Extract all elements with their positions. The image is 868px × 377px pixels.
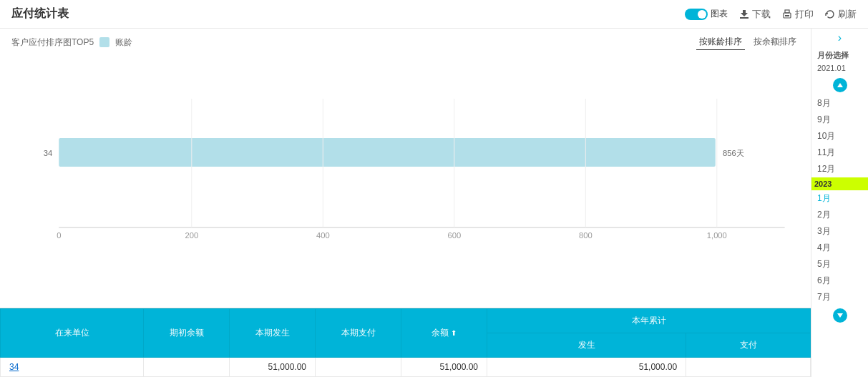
legend-box-icon — [99, 37, 109, 47]
col-current-occurrence: 本期发生 — [230, 309, 316, 358]
download-icon — [739, 9, 749, 19]
print-icon — [782, 9, 792, 19]
svg-text:1,000: 1,000 — [707, 231, 727, 240]
svg-text:400: 400 — [316, 231, 330, 240]
svg-rect-0 — [740, 17, 748, 19]
sidebar-collapse-button[interactable]: › — [811, 29, 868, 47]
refresh-icon — [825, 9, 835, 19]
cell-unit: 34 — [1, 358, 144, 377]
page-title: 应付统计表 — [11, 6, 69, 21]
svg-text:0: 0 — [57, 231, 61, 240]
month-item-9[interactable]: 9月 — [811, 112, 868, 128]
month-item-2[interactable]: 2月 — [811, 207, 868, 223]
chart-container: 34 856天 0 200 400 600 800 1,000 — [0, 56, 811, 308]
svg-text:600: 600 — [447, 231, 461, 240]
chart-svg: 34 856天 0 200 400 600 800 1,000 — [11, 56, 799, 256]
svg-rect-5 — [59, 138, 716, 167]
month-item-10[interactable]: 10月 — [811, 128, 868, 145]
svg-text:200: 200 — [185, 231, 198, 240]
month-item-7[interactable]: 7月 — [811, 289, 868, 305]
month-item-12[interactable]: 12月 — [811, 161, 868, 177]
col-balance: 余额 ⬆ — [401, 309, 487, 358]
month-sidebar: › 月份选择 2021.01 8月 9月 10月 11月 12月 2023 1月… — [811, 29, 868, 377]
cell-ytd-occurrence: 51,000.00 — [487, 358, 686, 377]
data-table: 在来单位 期初余额 本期发生 本期支付 余额 ⬆ 本年累计 发生 — [0, 308, 811, 377]
chart-legend-label: 客户应付排序图TOP5 — [11, 36, 94, 49]
cell-opening-balance — [144, 358, 230, 377]
month-item-5[interactable]: 5月 — [811, 256, 868, 273]
toggle-switch-icon — [685, 9, 708, 20]
sort-by-balance-button[interactable]: 按账龄排序 — [696, 34, 745, 50]
nav-down-arrow[interactable] — [833, 308, 847, 323]
toggle-label: 图表 — [711, 8, 728, 20]
cell-ytd-payment — [686, 358, 811, 377]
table-row: 34 51,000.00 51,000.00 51,000.00 — [1, 358, 811, 377]
refresh-button[interactable]: 刷新 — [825, 8, 857, 21]
svg-text:34: 34 — [44, 149, 52, 157]
col-ytd-group: 本年累计 — [487, 309, 811, 333]
col-ytd-payment: 支付 — [686, 333, 811, 358]
cell-balance: 51,000.00 — [401, 358, 487, 377]
sidebar-year: 2021.01 — [811, 62, 868, 75]
col-ytd-occurrence: 发生 — [487, 333, 686, 358]
month-list: 8月 9月 10月 11月 12月 2023 1月 2月 3月 4月 5月 6月… — [811, 95, 868, 305]
col-opening-balance: 期初余额 — [144, 309, 230, 358]
month-item-3[interactable]: 3月 — [811, 223, 868, 240]
chart-toggle[interactable]: 图表 — [685, 8, 728, 20]
col-current-payment: 本期支付 — [316, 309, 401, 358]
month-item-4[interactable]: 4月 — [811, 240, 868, 256]
svg-rect-2 — [785, 10, 789, 13]
month-item-6[interactable]: 6月 — [811, 273, 868, 289]
svg-rect-3 — [785, 15, 789, 16]
month-item-1[interactable]: 1月 — [811, 190, 868, 207]
legend-box-label: 账龄 — [115, 36, 132, 49]
sidebar-title: 月份选择 — [811, 47, 868, 62]
month-nav-bottom — [811, 305, 868, 325]
cell-current-occurrence: 51,000.00 — [230, 358, 316, 377]
month-item-11[interactable]: 11月 — [811, 145, 868, 161]
month-nav — [811, 75, 868, 95]
print-button[interactable]: 打印 — [782, 8, 814, 21]
download-button[interactable]: 下载 — [739, 8, 771, 21]
nav-up-arrow[interactable] — [833, 78, 847, 92]
svg-text:856天: 856天 — [723, 149, 744, 157]
svg-text:800: 800 — [579, 231, 593, 240]
year-2023-label: 2023 — [811, 177, 868, 190]
sort-by-amount-button[interactable]: 按余额排序 — [751, 34, 799, 50]
col-source-unit: 在来单位 — [1, 309, 144, 358]
cell-current-payment — [316, 358, 401, 377]
month-item-8[interactable]: 8月 — [811, 95, 868, 112]
